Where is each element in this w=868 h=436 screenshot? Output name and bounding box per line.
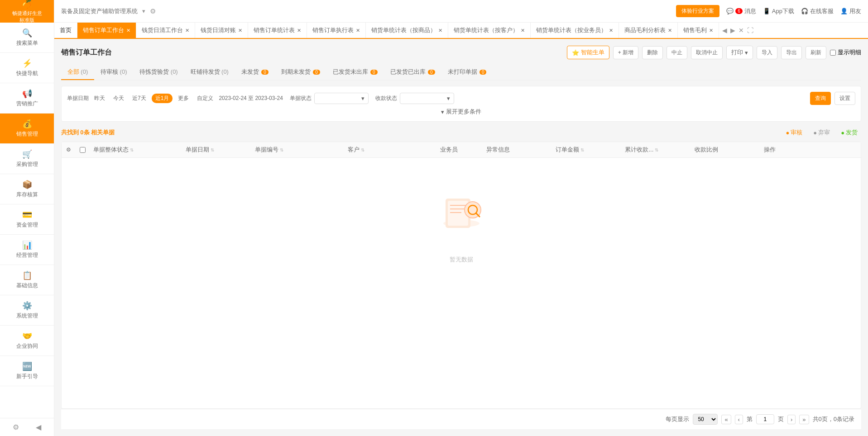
tab-product-profit[interactable]: 商品毛利分析表 ✕ [619,23,678,38]
sidebar-item-enterprise[interactable]: 🤝 企业协同 [0,326,54,356]
sidebar-item-purchase[interactable]: 🛒 采购管理 [0,144,54,174]
filter-tab-pending-review-label: 待审核 [101,68,118,75]
settings-icon[interactable]: ⚙ [150,7,156,15]
cancel-review-btn[interactable]: ● 弃审 [810,127,834,138]
date-opt-custom[interactable]: 自定义 [194,94,216,103]
date-opt-7days[interactable]: 近7天 [129,94,149,103]
tab-close-sales-execute[interactable]: ✕ [356,28,360,33]
th-settings[interactable]: ⚙ [66,147,80,153]
ship-btn[interactable]: ● 发货 [837,127,861,138]
app-download-btn[interactable]: 📱 App下载 [763,7,794,15]
page-input[interactable] [756,414,774,424]
sidebar-label-purchase: 采购管理 [16,161,38,168]
filter-tab-pending-inspect[interactable]: 待拣货验货 (0) [133,65,184,80]
tab-cash-reconcile[interactable]: 钱货日清对账 ✕ [195,23,248,38]
smart-generate-btn[interactable]: ⭐ 智能生单 [567,46,609,59]
sidebar-item-finance[interactable]: 💳 资金管理 [0,204,54,235]
settings-filter-btn[interactable]: 设置 [834,92,855,105]
tab-sales-stat-customer[interactable]: 销货单统计表（按客户） ✕ [448,23,531,38]
payment-select[interactable]: ▾ [400,93,454,104]
show-detail-checkbox[interactable] [830,50,836,56]
th-collected-sort[interactable]: ⇅ [655,147,658,152]
filter-tab-overdue[interactable]: 到期未发货 0 [275,65,326,80]
filter-tab-wangpu[interactable]: 旺铺待发货 (0) [184,65,235,80]
filter-tab-all[interactable]: 全部 (0) [61,65,94,80]
print-btn[interactable]: 打印 ▾ [726,46,753,59]
user-btn[interactable]: 👤 用友 [840,7,861,15]
th-checkbox[interactable] [80,147,93,153]
tab-close-sales-profit[interactable]: ✕ [709,28,713,33]
tab-fullscreen-btn[interactable]: ⛶ [746,26,754,35]
sidebar-item-guide[interactable]: 🆕 新手引导 [0,356,54,386]
date-opt-more[interactable]: 更多 [175,94,192,103]
sidebar-item-inventory[interactable]: 📦 库存核算 [0,174,54,204]
sidebar-item-quick-nav[interactable]: ⚡ 快捷导航 [0,53,54,83]
th-amount-sort[interactable]: ⇅ [580,147,584,152]
tab-close-cash-reconcile[interactable]: ✕ [238,28,242,33]
refresh-btn[interactable]: 刷新 [806,46,826,59]
online-service-btn[interactable]: 🎧 在线客服 [801,7,834,15]
tab-sales-order[interactable]: 销售订单工作台 ✕ [77,23,136,38]
delete-btn[interactable]: 删除 [642,46,663,59]
settings-footer-btn[interactable]: ⚙ [13,423,19,431]
pause-btn[interactable]: 中止 [667,46,687,59]
message-btn[interactable]: 💬 6 消息 [726,7,756,15]
tab-prev-btn[interactable]: ◀ [721,26,728,35]
export-btn[interactable]: 导出 [781,46,802,59]
tab-home[interactable]: 首页 [54,23,77,38]
tab-close-sales-order[interactable]: ✕ [126,28,130,33]
import-btn[interactable]: 导入 [757,46,777,59]
filter-tab-not-shipped[interactable]: 未发货 0 [235,65,275,80]
sidebar-item-operations[interactable]: 📊 经营管理 [0,235,54,265]
tab-close-sales-stat-staff[interactable]: ✕ [609,28,613,33]
expand-more-btn[interactable]: ▾ 展开更多条件 [67,108,855,116]
first-page-btn[interactable]: « [721,415,731,424]
add-btn[interactable]: + 新增 [613,46,638,59]
filter-tab-shipped-not-out[interactable]: 已发货未出库 0 [326,65,384,80]
tab-close-sales-stats[interactable]: ✕ [297,28,301,33]
tab-cash-daily[interactable]: 钱货日清工作台 ✕ [136,23,195,38]
tab-sales-stats[interactable]: 销售订单统计表 ✕ [248,23,307,38]
tab-sales-stat-product[interactable]: 销货单统计表（按商品） ✕ [366,23,448,38]
tab-close-sales-stat-product[interactable]: ✕ [438,28,442,33]
tab-close-all-btn[interactable]: ✕ [738,26,745,35]
trial-button[interactable]: 体验行业方案 [676,5,719,17]
tab-close-cash-daily[interactable]: ✕ [185,28,189,33]
date-opt-yesterday[interactable]: 昨天 [91,94,108,103]
prev-page-btn[interactable]: ‹ [735,415,743,424]
filter-tab-not-printed[interactable]: 未打印单据 0 [441,65,493,80]
status-select[interactable]: ▾ [314,93,369,104]
purchase-icon: 🛒 [22,149,32,159]
th-amount: 订单金额 ⇅ [556,146,625,154]
tab-close-product-profit[interactable]: ✕ [668,28,672,33]
sidebar-item-search[interactable]: 🔍 搜索菜单 [0,23,54,53]
page-size-select[interactable]: 10 20 50 100 [693,414,718,425]
th-status-sort[interactable]: ⇅ [130,147,134,152]
cancel-pause-btn[interactable]: 取消中止 [691,46,723,59]
filter-tab-shipped-out[interactable]: 已发货已出库 0 [384,65,441,80]
tab-sales-execute[interactable]: 销售订单执行表 ✕ [307,23,366,38]
next-page-btn[interactable]: › [787,415,796,424]
date-opt-today[interactable]: 今天 [110,94,127,103]
date-opt-1month[interactable]: 近1月 [152,94,173,103]
collapse-btn[interactable]: ◀ [36,423,41,431]
th-customer-sort[interactable]: ⇅ [361,147,364,152]
tab-next-btn[interactable]: ▶ [729,26,736,35]
show-detail-label[interactable]: 显示明细 [830,48,861,57]
search-btn[interactable]: 查询 [810,92,831,105]
sidebar-item-basic-info[interactable]: 📋 基础信息 [0,265,54,295]
sidebar-item-marketing[interactable]: 📢 营销推广 [0,83,54,114]
tab-sales-stat-staff[interactable]: 销货单统计表（按业务员） ✕ [531,23,619,38]
review-btn[interactable]: ● 审核 [782,127,806,138]
filter-tab-pending-review[interactable]: 待审核 (0) [94,65,133,80]
select-all-checkbox[interactable] [80,147,86,153]
last-page-btn[interactable]: » [799,415,809,424]
th-no-sort[interactable]: ⇅ [280,147,283,152]
th-date-sort[interactable]: ⇅ [211,147,214,152]
tab-close-sales-stat-customer[interactable]: ✕ [521,28,525,33]
dropdown-icon[interactable]: ▾ [142,8,145,14]
sidebar-label-enterprise: 企业协同 [16,342,38,350]
sidebar-item-sales[interactable]: 💰 销售管理 [0,114,54,144]
sidebar-item-system[interactable]: ⚙️ 系统管理 [0,295,54,326]
tab-sales-profit[interactable]: 销售毛利 ✕ [678,23,719,38]
